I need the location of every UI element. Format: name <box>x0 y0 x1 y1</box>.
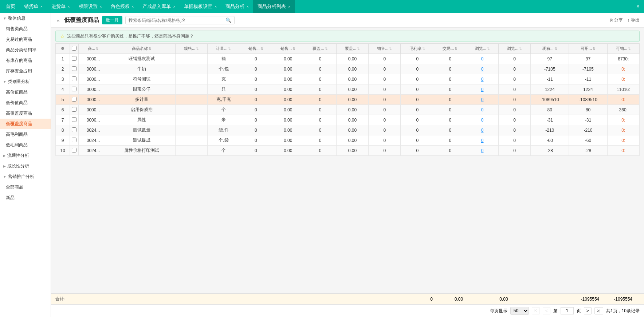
row-browse2: 0 <box>498 115 530 125</box>
info-text: 这些商品只有很少客户购买过，是推广不够，还是商品本身问题？ <box>67 33 194 39</box>
sales-amt-col-header[interactable]: 销售...⇅ <box>272 44 304 54</box>
close-tab-analysis-list[interactable]: × <box>288 5 290 9</box>
close-all-tabs[interactable]: × <box>633 3 643 10</box>
row-checkbox-cell[interactable] <box>70 125 79 135</box>
tab-sales[interactable]: 销货单 × <box>20 0 47 13</box>
first-page-button[interactable]: K <box>532 307 540 314</box>
row-browse1[interactable]: 0 <box>466 125 498 135</box>
sidebar-item-low-profit[interactable]: 低毛利商品 <box>0 140 51 150</box>
search-input[interactable] <box>129 18 225 23</box>
row-checkbox[interactable] <box>72 107 76 112</box>
row-checkbox[interactable] <box>72 87 76 91</box>
checkbox-col-header[interactable] <box>70 44 79 54</box>
sidebar-item-capital[interactable]: 库存资金占用 <box>0 66 51 76</box>
page-size-select[interactable]: 50 20 100 <box>510 307 529 315</box>
tab-analysis[interactable]: 商品分析 × <box>221 0 253 13</box>
code-col-header[interactable]: 商...⇅ <box>79 44 108 54</box>
sidebar-section-overview[interactable]: ▼ 整体信息 <box>0 13 51 24</box>
tab-templates[interactable]: 单据模板设置 × <box>180 0 221 13</box>
row-checkbox[interactable] <box>72 97 76 102</box>
close-tab-templates[interactable]: × <box>215 5 217 9</box>
row-name: 属性价格打印测试 <box>108 146 175 156</box>
row-checkbox[interactable] <box>72 66 76 71</box>
row-checkbox[interactable] <box>72 117 76 122</box>
row-browse1[interactable]: 0 <box>466 54 498 64</box>
prev-page-button[interactable]: < <box>543 307 550 314</box>
row-checkbox-cell[interactable] <box>70 74 79 84</box>
row-browse1[interactable]: 0 <box>466 105 498 115</box>
browse1-col-header[interactable]: 浏览...⇅ <box>466 44 498 54</box>
current-col-header[interactable]: 现有...⇅ <box>531 44 569 54</box>
cov1-col-header[interactable]: 覆盖...⇅ <box>304 44 336 54</box>
row-browse1[interactable]: 0 <box>466 95 498 105</box>
row-checkbox[interactable] <box>72 56 76 61</box>
gross-rate-col-header[interactable]: 毛利率⇅ <box>401 44 434 54</box>
sidebar-item-high-value[interactable]: 高价值商品 <box>0 87 51 98</box>
unit-col-header[interactable]: 计量...⇅ <box>208 44 240 54</box>
share-button[interactable]: ⎘ 分享 <box>610 17 623 23</box>
sidebar-item-low-coverage[interactable]: 低覆盖度商品 <box>0 119 51 129</box>
row-browse1[interactable]: 0 <box>466 74 498 84</box>
row-checkbox-cell[interactable] <box>70 54 79 64</box>
sales-qty-col-header[interactable]: 销售...⇅ <box>240 44 272 54</box>
sidebar-section-growth[interactable]: ▶ 成长性分析 <box>0 161 51 171</box>
close-tab-roles[interactable]: × <box>132 5 134 9</box>
available-col-header[interactable]: 可用...⇅ <box>569 44 607 54</box>
sidebar-item-in-stock[interactable]: 有库存的商品 <box>0 55 51 66</box>
sidebar-item-high-coverage[interactable]: 高覆盖度商品 <box>0 108 51 119</box>
spec-col-header[interactable]: 规格...⇅ <box>175 44 207 54</box>
cov2-col-header[interactable]: 覆盖...⇅ <box>336 44 368 54</box>
row-checkbox-cell[interactable] <box>70 64 79 74</box>
sidebar-item-high-profit[interactable]: 高毛利商品 <box>0 129 51 140</box>
row-browse1[interactable]: 0 <box>466 115 498 125</box>
close-tab-analysis[interactable]: × <box>247 5 249 9</box>
close-tab-permissions[interactable]: × <box>100 5 102 9</box>
name-col-header[interactable]: 商品名称⇅ <box>108 44 175 54</box>
tab-purchase[interactable]: 进货单 × <box>47 0 74 13</box>
row-checkbox-cell[interactable] <box>70 95 79 105</box>
close-tab-purchase[interactable]: × <box>68 5 70 9</box>
tab-permissions[interactable]: 权限设置 × <box>74 0 106 13</box>
settings-col-header[interactable]: ⚙ <box>56 44 70 54</box>
row-checkbox[interactable] <box>72 148 76 152</box>
close-tab-sales[interactable]: × <box>40 5 43 9</box>
sidebar-section-liquidity[interactable]: ▶ 流通性分析 <box>0 150 51 161</box>
row-checkbox-cell[interactable] <box>70 105 79 115</box>
sidebar-item-all-goods[interactable]: 全部商品 <box>0 182 51 193</box>
browse2-col-header[interactable]: 浏览...⇅ <box>498 44 530 54</box>
last-page-button[interactable]: >| <box>594 307 603 314</box>
row-checkbox-cell[interactable] <box>70 146 79 156</box>
sidebar-section-category[interactable]: ▼ 类别量分析 <box>0 76 51 87</box>
transaction-col-header[interactable]: 交易...⇅ <box>434 44 466 54</box>
close-tab-products[interactable]: × <box>173 5 175 9</box>
row-checkbox[interactable] <box>72 138 76 142</box>
row-checkbox[interactable] <box>72 76 76 81</box>
row-spec <box>175 125 207 135</box>
next-page-button[interactable]: > <box>584 307 592 314</box>
tab-products[interactable]: 产成品入库单 × <box>138 0 180 13</box>
export-button[interactable]: ↑ 导出 <box>627 17 640 23</box>
tab-roles[interactable]: 角色授权 × <box>106 0 138 13</box>
row-browse1[interactable]: 0 <box>466 135 498 146</box>
row-checkbox[interactable] <box>72 127 76 132</box>
sidebar-item-low-value[interactable]: 低价值商品 <box>0 98 51 108</box>
tab-analysis-list[interactable]: 商品分析列表 × <box>253 0 295 13</box>
page-number-input[interactable] <box>561 307 574 314</box>
select-all-checkbox[interactable] <box>72 46 76 51</box>
row-browse1[interactable]: 0 <box>466 146 498 156</box>
collapse-sidebar-button[interactable]: « <box>55 17 61 24</box>
sidebar-item-sales-goods[interactable]: 销售类商品 <box>0 24 51 34</box>
filter-recent-month-button[interactable]: 近一月 <box>102 16 122 24</box>
row-browse1[interactable]: 0 <box>466 64 498 74</box>
row-browse1[interactable]: 0 <box>466 84 498 95</box>
sidebar-item-sales-rate[interactable]: 商品分类动销率 <box>0 45 51 55</box>
sidebar-item-new-goods[interactable]: 新品 <box>0 193 51 203</box>
sellable-col-header[interactable]: 可销...⇅ <box>607 44 639 54</box>
row-checkbox-cell[interactable] <box>70 115 79 125</box>
row-checkbox-cell[interactable] <box>70 84 79 95</box>
sidebar-item-traded-goods[interactable]: 交易过的商品 <box>0 34 51 45</box>
tab-home[interactable]: 首页 <box>1 0 20 13</box>
sidebar-section-marketing[interactable]: ▼ 营销推广分析 <box>0 171 51 182</box>
sales2-col-header[interactable]: 销售...⇅ <box>369 44 401 54</box>
row-checkbox-cell[interactable] <box>70 135 79 146</box>
